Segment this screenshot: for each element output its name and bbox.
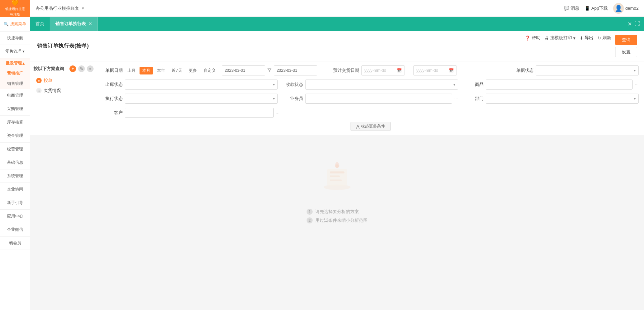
goods-group: 商品 ··· <box>464 80 639 90</box>
goods-input[interactable] <box>486 80 633 90</box>
sidebar-item-basic[interactable]: 基础信息 <box>0 156 30 169</box>
date-end-input[interactable]: 2023-03-31 <box>274 65 317 75</box>
topbar: 办公用品行业模拟账套 ▾ 💬 消息 📱 App下载 👤 demo2 <box>30 0 644 17</box>
scheme-item-debt[interactable]: ◎ 欠货情况 <box>34 86 94 96</box>
sidebar-item-inventory[interactable]: 库存核算 <box>0 116 30 129</box>
refresh-button[interactable]: ↻ 刷新 <box>597 35 611 41</box>
print-button[interactable]: 🖨 按模板打印 ▾ <box>544 35 576 41</box>
help-button[interactable]: ❓ 帮助 <box>525 35 540 41</box>
date-tab-7days[interactable]: 近7天 <box>169 67 185 74</box>
user-menu[interactable]: 👤 demo2 <box>613 3 639 14</box>
sidebar-item-member[interactable]: 畅会员 <box>0 237 30 250</box>
search-menu-label: 搜索菜单 <box>10 21 26 27</box>
salesperson-input[interactable] <box>305 94 452 104</box>
add-scheme-button[interactable]: + <box>69 65 76 72</box>
exec-status-group: 执行状态 ▾ <box>103 94 278 104</box>
page-actions: ❓ 帮助 🖨 按模板打印 ▾ ⬇ 导出 ↻ 刷新 <box>525 35 611 41</box>
app-download-button[interactable]: 📱 App下载 <box>585 5 608 11</box>
customer-label: 客户 <box>103 110 123 116</box>
goods-dots-button[interactable]: ··· <box>635 82 639 87</box>
export-button[interactable]: ⬇ 导出 <box>580 35 593 41</box>
single-status-group: 单据状态 ▾ <box>514 65 639 75</box>
expected-end-input[interactable]: yyyy-mm-dd 📅 <box>413 65 457 75</box>
page-area: 销售订单执行表(按单) ❓ 帮助 🖨 按模板打印 ▾ ⬇ 导出 <box>30 31 644 310</box>
date-end-value: 2023-03-31 <box>277 68 297 73</box>
query-button[interactable]: 查询 <box>615 35 637 45</box>
empty-tip-2: 2 用过滤条件来缩小分析范围 <box>307 217 368 223</box>
single-date-label: 单据日期 <box>103 67 123 73</box>
salesperson-dots-button[interactable]: ··· <box>454 96 458 101</box>
chevron-up-icon: ▴ <box>22 61 24 66</box>
filter-row-3: 执行状态 ▾ 业务员 ··· 部门 <box>103 94 639 104</box>
expected-date-label: 预计交货日期 <box>333 67 359 73</box>
chevron-up-icon: ⋀ <box>356 124 360 129</box>
sidebar-item-retail[interactable]: 零售管理 ▾ <box>0 45 30 58</box>
edit-scheme-button[interactable]: ✎ <box>78 65 85 72</box>
dept-select[interactable]: ▾ <box>486 94 639 104</box>
expected-start-input[interactable]: yyyy-mm-dd 📅 <box>361 65 405 75</box>
svg-rect-3 <box>330 175 340 177</box>
sidebar-item-finance[interactable]: 资金管理 <box>0 129 30 143</box>
tab-sales-order-label: 销售订单执行表 <box>55 21 86 27</box>
scheme-icon-order: ● <box>36 78 42 83</box>
sidebar-item-system[interactable]: 系统管理 <box>0 169 30 183</box>
sidebar-item-quick-nav[interactable]: 快捷导航 <box>0 32 30 45</box>
user-label: demo2 <box>625 6 639 11</box>
sidebar-item-operations[interactable]: 经营管理 <box>0 143 30 156</box>
date-tab-this-month[interactable]: 本月 <box>140 67 153 74</box>
filter-row-1: 单据日期 上月 本月 本年 近7天 更多 自定义 2023-03-01 至 <box>103 65 639 75</box>
customer-input[interactable] <box>125 108 274 118</box>
topbar-left: 办公用品行业模拟账套 ▾ <box>36 5 84 11</box>
customer-dots-button[interactable]: ··· <box>276 110 280 115</box>
search-menu-button[interactable]: 🔍 搜索菜单 <box>2 19 28 29</box>
single-status-select[interactable]: ▾ <box>536 65 639 75</box>
sidebar-item-enterprise[interactable]: 企业协同 <box>0 183 30 196</box>
exec-status-select[interactable]: ▾ <box>125 94 278 104</box>
sidebar-search-area[interactable]: 🔍 搜索菜单 <box>0 17 30 32</box>
exec-status-label: 执行状态 <box>103 96 123 102</box>
salesperson-label: 业务员 <box>283 96 303 102</box>
out-status-select[interactable]: ▾ <box>125 80 278 90</box>
svg-rect-4 <box>330 179 342 181</box>
tab-sales-order[interactable]: 销售订单执行表 ✕ <box>50 17 98 31</box>
wholesale-section: 批发管理 ▴ 营销推广 销售管理 <box>0 58 30 89</box>
sidebar-item-wholesale[interactable]: 批发管理 ▴ <box>0 58 30 68</box>
sidebar-item-sales[interactable]: 销售管理 <box>0 79 30 89</box>
sidebar-item-wecom[interactable]: 企业微信 <box>0 223 30 237</box>
collapse-button[interactable]: ⋀ 收起更多条件 <box>351 122 391 131</box>
date-tab-custom[interactable]: 自定义 <box>201 67 218 74</box>
date-tabs: 上月 本月 本年 近7天 更多 自定义 <box>125 67 218 74</box>
collect-status-select[interactable]: ▾ <box>305 80 458 90</box>
close-all-button[interactable]: ✕ <box>628 21 632 27</box>
logo-icon: 🧡 <box>11 0 19 6</box>
scheme-actions: + ✎ « <box>69 65 94 72</box>
date-tab-last-month[interactable]: 上月 <box>125 67 138 74</box>
expected-end-placeholder: yyyy-mm-dd <box>416 68 438 73</box>
export-icon: ⬇ <box>580 36 583 41</box>
sidebar-item-purchase[interactable]: 采购管理 <box>0 102 30 116</box>
message-button[interactable]: 💬 消息 <box>564 5 579 11</box>
collapse-scheme-button[interactable]: « <box>87 65 94 72</box>
date-tab-more[interactable]: 更多 <box>186 67 200 74</box>
maximize-button[interactable]: ⛶ <box>635 21 640 27</box>
date-start-input[interactable]: 2023-03-01 <box>222 65 265 75</box>
quick-nav-label: 快捷导航 <box>7 35 23 41</box>
date-tab-this-year[interactable]: 本年 <box>154 67 168 74</box>
sidebar-item-ecommerce[interactable]: 电商管理 <box>0 89 30 102</box>
print-dropdown-icon: ▾ <box>573 36 576 41</box>
tab-home[interactable]: 首页 <box>30 17 50 31</box>
svg-point-5 <box>335 164 339 168</box>
out-status-arrow: ▾ <box>273 83 275 87</box>
empty-state: 1 请先选择要分析的方案 2 用过滤条件来缩小分析范围 <box>30 135 644 244</box>
tabbar-right: ✕ ⛶ <box>624 17 644 31</box>
sidebar-item-appstore[interactable]: 应用中心 <box>0 210 30 223</box>
sidebar-item-marketing[interactable]: 营销推广 <box>0 68 30 79</box>
settings-button[interactable]: 设置 <box>615 47 637 57</box>
tip-text-1: 请先选择要分析的方案 <box>315 209 359 215</box>
scheme-item-order[interactable]: ● 按单 <box>34 75 94 86</box>
filter-form: 单据日期 上月 本月 本年 近7天 更多 自定义 2023-03-01 至 <box>97 61 644 135</box>
tab-close-icon[interactable]: ✕ <box>89 21 92 26</box>
scheme-title: 按以下方案查询 <box>34 66 64 72</box>
sidebar-item-newbie[interactable]: 新手引导 <box>0 196 30 210</box>
breadcrumb-dropdown-icon[interactable]: ▾ <box>82 6 84 11</box>
